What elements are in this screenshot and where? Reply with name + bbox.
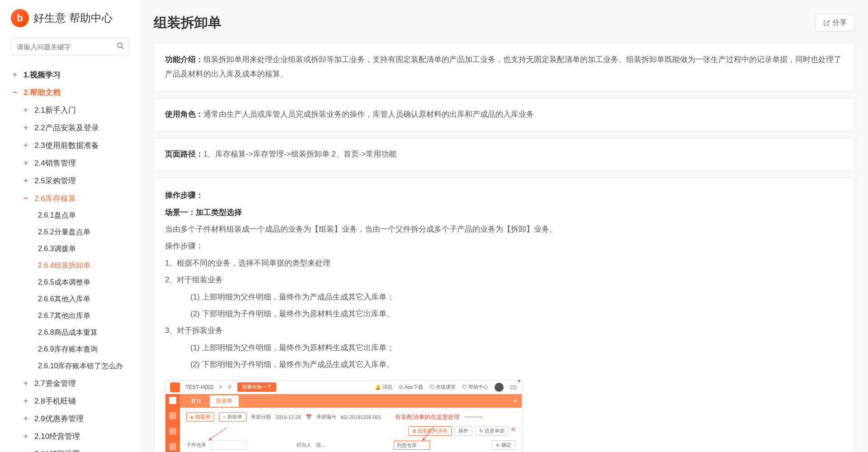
nav-label: 2.6.1盘点单 (38, 211, 76, 220)
nav-label: 2.9优惠券管理 (34, 414, 84, 424)
logo-icon: b (11, 9, 29, 27)
ss-user: CC (510, 385, 517, 390)
nav-2-1[interactable]: 2.1新手入门 (11, 101, 129, 119)
intro-card: 功能介绍：组装拆卸单用来处理企业组装或拆卸等加工业务，支持有固定装配清单的产品加… (154, 43, 854, 91)
nav-2-6-1[interactable]: 2.6.1盘点单 (11, 207, 129, 224)
ss-code: TEST-H002 (185, 384, 214, 390)
intro-text: 组装拆卸单用来处理企业组装或拆卸等加工业务，支持有固定装配清单的产品加工业务，也… (165, 55, 841, 78)
path-card: 页面路径：1、库存核算->库存管理->组装拆卸单 2、首页->常用功能 (154, 138, 854, 171)
ss-tabs: 首页 拆装单 × (180, 394, 522, 408)
nav-2-3[interactable]: 2.3使用前数据准备 (11, 137, 129, 154)
share-label: 分享 (832, 18, 847, 28)
nav-2-8[interactable]: 2.8手机旺铺 (11, 392, 129, 410)
nav-label: 2.4销售管理 (34, 158, 76, 168)
nav-2-6-4[interactable]: 2.6.4组装拆卸单 (11, 257, 129, 274)
nav-2-6-5[interactable]: 2.6.5成本调整单 (11, 274, 129, 291)
nav-label: 2.6.7其他出库单 (38, 311, 90, 321)
intro-label: 功能介绍： (165, 55, 203, 64)
chevron-down-icon: ▾ (219, 384, 222, 390)
nav-label: 2.6.3调拨单 (38, 244, 76, 254)
ss-date-val: 2019-12-26 (275, 414, 301, 420)
nav-label: 2.6.6其他入库单 (38, 295, 90, 304)
plus-icon (22, 397, 30, 405)
nav-video[interactable]: 1.视频学习 (11, 66, 129, 84)
share-icon (823, 20, 830, 26)
step3-1: (1) 上部明细为父件明细，最终作为原材料生成其它出库单； (165, 339, 843, 356)
logo-text: 好生意 帮助中心 (33, 11, 113, 25)
nav-2-6-9[interactable]: 2.6.9库存账本查询 (11, 341, 129, 358)
minus-icon (11, 89, 19, 97)
nav-2-6[interactable]: 2.6库存核算 (11, 190, 129, 207)
nav-label: 2.5采购管理 (34, 176, 76, 186)
plus-icon (22, 177, 30, 185)
ss-help: ◎ 帮助中心 (462, 384, 488, 390)
role-text: 通常由生产人员或库管人员完成拆装业务的操作，库管人员确认原材料的出库和产成品的入… (203, 110, 534, 119)
scene-label: 场景一：加工类型选择 (165, 204, 843, 221)
step3: 3、对于拆装业务 (165, 322, 843, 339)
ss-history-button: ↻ 历史单据 (475, 426, 509, 436)
nav-2-6-2[interactable]: 2.6.2分量盘点单 (11, 224, 129, 241)
ss-top-right: 🔔 消息 ◎ App下载 ◎ 在线课堂 ◎ 帮助中心 CC (375, 383, 517, 392)
step2: 2、对于组装业务 (165, 271, 843, 288)
calendar-icon: 📅 (306, 414, 312, 420)
ss-upgrade: ◎ 在线课堂 (429, 384, 456, 390)
nav-2-6-7[interactable]: 2.6.7其他出库单 (11, 308, 129, 324)
nav-2-2[interactable]: 2.2产品安装及登录 (11, 119, 129, 137)
arrow-icon (464, 417, 482, 417)
ss-tab-active: 拆装单 (210, 395, 239, 407)
nav-2-4[interactable]: 2.4销售管理 (11, 154, 129, 172)
nav-docs[interactable]: 2.帮助文档 (11, 84, 129, 101)
ss-towh-input: 到货仓库 (394, 441, 430, 450)
nav-icon (169, 443, 176, 450)
ss-main: 首页 拆装单 × ● 组装单 ○ 拆卸单 单据日期 2019-12-26 📅 (180, 394, 522, 452)
search-icon[interactable] (117, 42, 124, 51)
nav-2-7[interactable]: 2.7资金管理 (11, 375, 129, 392)
nav-label: 2.10经营管理 (34, 431, 80, 442)
logo: b 好生意 帮助中心 (11, 9, 129, 27)
step3-2: (2) 下部明细为子件明细，最终作为产成品生成其它入库单。 (165, 356, 843, 373)
home-icon (169, 397, 176, 404)
nav-tree: 1.视频学习 2.帮助文档 2.1新手入门 2.2产品安装及登录 2.3使用前数… (11, 66, 129, 452)
ss-trial-button: 我要体验一下 (237, 382, 276, 392)
plus-icon (22, 415, 30, 423)
nav-2-9[interactable]: 2.9优惠券管理 (11, 410, 129, 428)
nav-label: 2.6.4组装拆卸单 (38, 261, 90, 271)
avatar-icon (495, 383, 504, 392)
nav-2-11[interactable]: 2.11打印设置 (11, 445, 129, 452)
nav-label: 1.视频学习 (24, 70, 61, 80)
ss-doc-val: AD-20191226-001 (341, 414, 382, 420)
gear-icon: ⚙ (227, 384, 232, 390)
search-box (11, 38, 129, 55)
nav-2-10[interactable]: 2.10经营管理 (11, 428, 129, 445)
nav-2-6-3[interactable]: 2.6.3调拨单 (11, 241, 129, 257)
ss-doc-label: 单据编号 (316, 414, 336, 420)
ss-topbar: TEST-H002 ▾ ⚙ 我要体验一下 🔔 消息 ◎ App下载 ◎ 在线课堂… (165, 381, 522, 394)
minus-icon (22, 195, 30, 203)
nav-label: 2.6库存核算 (34, 193, 76, 204)
plus-icon (22, 159, 30, 167)
ss-logo-icon (170, 382, 180, 392)
nav-label: 2.3使用前数据准备 (34, 140, 99, 151)
ss-op-button: 操作 (454, 426, 472, 436)
sidebar: b 好生意 帮助中心 1.视频学习 2.帮助文档 2.1新手入门 2.2产品安装… (0, 0, 140, 452)
ss-save-button: ⊕ 确定 (492, 440, 515, 450)
nav-2-5[interactable]: 2.5采购管理 (11, 172, 129, 190)
nav-label: 2.7资金管理 (34, 378, 76, 389)
share-button[interactable]: 分享 (816, 14, 854, 32)
plus-icon (22, 124, 30, 132)
nav-2-6-8[interactable]: 2.6.8商品成本重算 (11, 324, 129, 341)
nav-2-6-10[interactable]: 2.6.10库存账本错了怎么办 (11, 358, 129, 375)
path-label: 页面路径： (165, 150, 203, 158)
ss-maker-val: 徐… (316, 442, 326, 448)
nav-2-6-6[interactable]: 2.6.6其他入库单 (11, 291, 129, 308)
svg-line-1 (122, 47, 123, 49)
search-input[interactable] (11, 38, 129, 55)
scene-desc: 当由多个子件材料组装成一个成品的业务为【组装】业务，当由一个父件拆分成多个子产品… (165, 221, 843, 238)
plus-icon (22, 380, 30, 388)
step1: 1、根据不同的业务，选择不同单据的类型来处理 (165, 255, 843, 271)
step2-1: (1) 上部明细为父件明细，最终作为产成品生成其它入库单； (165, 289, 843, 305)
ss-left-nav (165, 394, 180, 452)
plus-icon (22, 433, 30, 441)
ss-msg-label: 消息 (382, 384, 392, 390)
ss-form: ● 组装单 ○ 拆卸单 单据日期 2019-12-26 📅 单据编号 AD-20… (180, 408, 522, 452)
